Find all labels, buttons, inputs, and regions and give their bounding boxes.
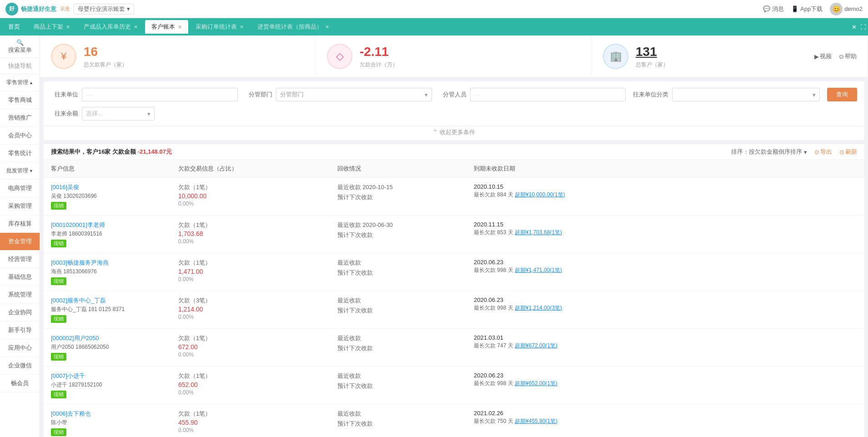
payment-status-cell: 最近收款 预计下次收款 [337,296,474,315]
filter-unit-class-label: 往来单位分类 [633,90,668,99]
overdue-days: 最长欠款 747 天 超期¥672.00(1笔) [474,342,857,350]
results-bar: 搜索结果中，客户16家 欠款金额 -21,148.07元 排序：按欠款金额倒序排… [44,144,864,160]
balance-select[interactable]: 选择... ▾ [82,107,155,121]
top-bar-right: 💬 消息 📱 App下载 😊 demo2 [763,3,863,15]
customer-name[interactable]: [0002]服务中心_丁磊 [51,296,178,305]
view-video-button[interactable]: ▶ 视频 [814,52,832,60]
debt-count: 欠款（1笔） [178,334,337,342]
overdue-amount-link[interactable]: 超期¥1,471.00(1笔) [515,267,562,273]
close-icon[interactable]: ✕ [178,24,182,30]
filter-balance-label: 往来余额 [51,110,78,118]
customer-name[interactable]: [0001020001]李老师 [51,221,178,229]
customer-name[interactable]: [000002]用户2050 [51,334,178,342]
close-all-icon[interactable]: ✕ [852,24,857,30]
overdue-amount-link[interactable]: 超期¥1,214.00(3笔) [515,305,562,311]
table-body: [0016]吴俊 吴俊 13026203696 现销 欠款（1笔） 10,000… [44,178,864,437]
close-icon[interactable]: ✕ [66,24,70,30]
filter-source-unit-label: 往来单位 [51,90,78,99]
overdue-amount-link[interactable]: 超期¥672.00(1笔) [515,342,557,349]
sidebar-item-enterprise[interactable]: 企业协同 [0,304,40,321]
sidebar-item-inventory[interactable]: 库存核算 [0,215,40,233]
message-icon: 💬 [763,5,770,12]
sidebar-item-marketing[interactable]: 营销推广 [0,109,40,127]
query-button[interactable]: 查询 [827,88,857,101]
tab-inventory-stats[interactable]: 进货单统计表（按商品） ✕ [251,20,336,34]
stat-card-overdue-amount: ◇ -2.11 欠款合计（万） [316,35,592,77]
overdue-days: 最长欠款 884 天 超期¥10,000.00(1笔) [474,191,857,199]
tab-customer-account[interactable]: 客户账本 ✕ [145,20,188,34]
chevron-down-icon: ▲ [29,80,33,85]
payment-next: 预计下次收款 [337,306,474,315]
maximize-icon[interactable]: ⛶ [860,24,866,30]
customer-name[interactable]: [0007]小进千 [51,372,178,380]
customer-info-cell: [0007]小进千 小进千 18279152100 现销 [51,372,178,398]
close-icon[interactable]: ✕ [325,24,329,30]
app-download-button[interactable]: 📱 App下载 [791,5,823,13]
sidebar-item-system[interactable]: 系统管理 [0,286,40,304]
total-customers-info: 131 总客户（家） [636,45,668,69]
sidebar-item-app-center[interactable]: 应用中心 [0,339,40,357]
customer-name[interactable]: [0003]畅捷服务尹海燕 [51,259,178,267]
payment-last: 最近收款 [337,259,474,267]
customer-name[interactable]: [0006]去下粮仓 [51,410,178,418]
export-button[interactable]: ⊙ 导出 [814,148,832,156]
chevron-down-icon: ▼ [29,169,33,173]
store-selector[interactable]: 母婴行业演示账套 ▾ [74,4,134,15]
customer-tag: 现销 [51,277,66,285]
debt-amount: 1,214.00 [178,306,337,313]
refresh-button[interactable]: ⊙ 刷新 [839,148,857,156]
tab-purchase-order[interactable]: 采购订单统计表 ✕ [189,20,250,34]
source-unit-input[interactable]: ··· [82,88,238,101]
sidebar-quicknav[interactable]: 快捷导航 [0,58,40,74]
collapse-filters-button[interactable]: ⌃ 收起更多条件 [44,126,864,138]
overdue-date-cell: 2020.06.23 最长欠款 998 天 超期¥652.00(1笔) [474,372,857,387]
overdue-amount-link[interactable]: 超期¥652.00(1笔) [515,380,557,387]
sidebar-item-retail-mall[interactable]: 零售商城 [0,91,40,109]
sidebar-item-purchase[interactable]: 采购管理 [0,197,40,215]
sidebar-item-retail-mgmt[interactable]: 零售管理 ▲ [0,74,40,91]
sidebar-item-wechat[interactable]: 企业微信 [0,357,40,375]
filter-dept-label: 分管部门 [245,90,272,99]
sidebar-item-vip[interactable]: 畅会员 [0,375,40,392]
overdue-amount-link[interactable]: 超期¥1,703.68(1笔) [515,229,562,236]
sidebar-item-retail-stats[interactable]: 零售统计 [0,145,40,162]
customer-name[interactable]: [0016]吴俊 [51,183,178,191]
sidebar-item-basic-info[interactable]: 基础信息 [0,268,40,286]
person-input[interactable]: ··· [470,88,626,101]
debt-amount: 1,471.00 [178,268,337,275]
user-avatar-area[interactable]: 😊 demo2 [830,3,863,15]
sidebar-search[interactable]: 🔍 搜索菜单 [0,35,40,58]
unit-class-select[interactable]: ▾ [672,88,820,101]
sidebar-item-operations[interactable]: 经营管理 [0,251,40,268]
help-button[interactable]: ⊙ 帮助 [839,52,857,60]
help-icon: ⊙ [839,53,844,60]
sidebar-item-batch-mgmt[interactable]: 批发管理 ▼ [0,162,40,180]
tab-product-history[interactable]: 产成品入库单历史 ✕ [77,20,144,34]
debt-info-cell: 欠款（3笔） 1,214.00 0.00% [178,296,337,320]
debt-count: 欠款（1笔） [178,259,337,267]
overdue-days: 最长欠款 998 天 超期¥1,471.00(1笔) [474,266,857,274]
sidebar-item-capital[interactable]: 资金管理 [0,233,40,251]
sidebar-item-newcomer[interactable]: 新手引导 [0,321,40,339]
dept-select[interactable]: 分管部门 ▾ [276,88,432,101]
table-row: [0002]服务中心_丁磊 服务中心_丁磊 181 0125 8371 现销 欠… [44,291,864,329]
overdue-amount-link[interactable]: 超期¥10,000.00(1笔) [515,191,565,198]
stat-card-actions: ▶ 视频 ⊙ 帮助 [814,52,857,60]
payment-next: 预计下次收款 [337,382,474,390]
tab-home[interactable]: 首页 [2,20,26,34]
sidebar-item-member[interactable]: 会员中心 [0,127,40,145]
customer-tag: 现销 [51,391,66,398]
overdue-amount-link[interactable]: 超期¥455.90(1笔) [515,418,557,424]
sidebar-item-ecommerce[interactable]: 电商管理 [0,180,40,197]
export-icon: ⊙ [814,149,819,156]
message-button[interactable]: 💬 消息 [763,5,784,13]
close-icon[interactable]: ✕ [134,24,138,30]
tabs-bar: 首页 商品上下架 ✕ 产成品入库单历史 ✕ 客户账本 ✕ 采购订单统计表 ✕ 进… [0,18,868,35]
sort-select[interactable]: 排序：按欠款金额倒序排序 ▾ [731,148,807,156]
debt-amount: 1,703.68 [178,230,337,237]
search-icon: 🔍 [16,39,24,46]
close-icon[interactable]: ✕ [240,24,244,30]
tab-product-shelf[interactable]: 商品上下架 ✕ [27,20,76,34]
overdue-date-cell: 2020.06.23 最长欠款 998 天 超期¥1,214.00(3笔) [474,296,857,312]
customer-contact: 陈小带 [51,419,178,427]
